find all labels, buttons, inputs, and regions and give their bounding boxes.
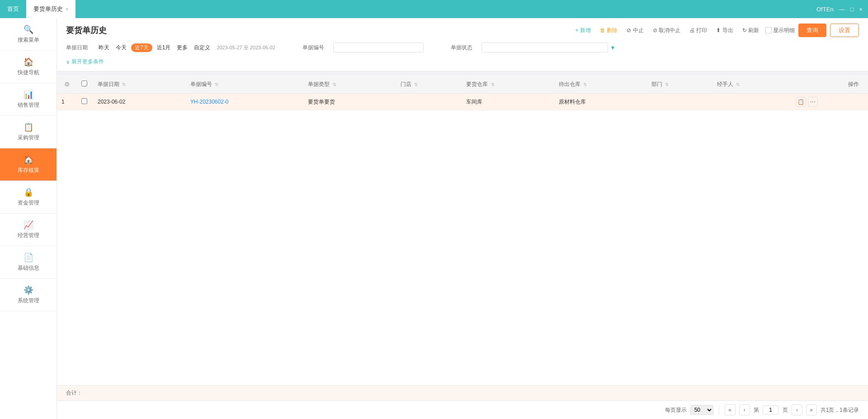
order-no-link[interactable]: YH-20230602-0 xyxy=(190,99,229,105)
often-label: OfTEn xyxy=(816,6,834,13)
select-all-checkbox[interactable] xyxy=(81,81,87,86)
col-checkbox xyxy=(77,75,93,94)
col-settings: ⚙ xyxy=(57,75,77,94)
window-close-btn[interactable]: × xyxy=(859,6,863,13)
row-pending-warehouse: 原材料仓库 xyxy=(554,94,647,110)
new-button[interactable]: + 新增 xyxy=(573,25,594,36)
refresh-button[interactable]: ↻ 刷新 xyxy=(740,25,762,36)
inventory-icon: 🏠 xyxy=(24,155,33,165)
table-footer: 合计： xyxy=(57,385,868,400)
settings-button[interactable]: 设置 xyxy=(830,24,859,37)
sales-icon: 📊 xyxy=(24,90,33,100)
page-suffix: 页 xyxy=(783,406,788,414)
sidebar-item-sales-mgmt[interactable]: 📊 销售管理 xyxy=(0,83,57,116)
order-no-input[interactable] xyxy=(333,43,424,52)
status-input[interactable] xyxy=(481,43,608,52)
finance-icon: 🔒 xyxy=(24,187,33,197)
tab-close-icon[interactable]: × xyxy=(66,6,68,12)
show-detail-toggle[interactable]: 显示明细 xyxy=(765,27,795,34)
row-req-warehouse: 车间库 xyxy=(462,94,554,110)
order-no-label: 单据编号 xyxy=(302,44,324,52)
basic-info-icon: 📄 xyxy=(24,252,33,262)
first-page-btn[interactable]: « xyxy=(725,405,736,415)
row-more-btn[interactable]: ⋯ xyxy=(808,97,818,107)
sidebar-item-sys-mgmt[interactable]: ⚙️ 系统管理 xyxy=(0,279,57,311)
window-maximize-btn[interactable]: □ xyxy=(850,6,854,13)
sort-pending-warehouse-icon[interactable]: ⇅ xyxy=(583,82,587,87)
date-btn-7days[interactable]: 近7天 xyxy=(131,43,152,52)
delete-button[interactable]: 🗑 删除 xyxy=(597,25,620,36)
total-info: 共1页，1条记录 xyxy=(821,406,859,414)
col-dept: 部门 ⇅ xyxy=(647,75,712,94)
expand-chevron-icon: ∨ xyxy=(66,59,70,65)
tab-home[interactable]: 首页 xyxy=(0,0,26,18)
col-req-warehouse: 要货仓库 ⇅ xyxy=(462,75,554,94)
date-btn-custom[interactable]: 自定义 xyxy=(192,43,212,52)
content-area: 要货单历史 + 新增 🗑 删除 ⊘ 中止 ⊘ 取消中止 🖨 打印 ⬆ 导出 ↻ … xyxy=(57,18,868,419)
date-btn-more[interactable]: 更多 xyxy=(175,43,189,52)
sidebar-item-purchase-mgmt[interactable]: 📋 采购管理 xyxy=(0,116,57,148)
row-date: 2023-06-02 xyxy=(93,94,186,110)
sort-date-icon[interactable]: ⇅ xyxy=(122,82,126,87)
row-dept xyxy=(647,94,712,110)
sidebar-label-search-menu: 搜索菜单 xyxy=(18,36,39,44)
row-order-no: YH-20230602-0 xyxy=(186,94,303,110)
stop-button[interactable]: ⊘ 中止 xyxy=(624,25,646,36)
export-button[interactable]: ⬆ 导出 xyxy=(713,25,736,36)
col-date: 单据日期 ⇅ xyxy=(93,75,186,94)
row-order-type: 要货单要货 xyxy=(303,94,396,110)
sidebar-item-quick-nav[interactable]: 🏠 快捷导航 xyxy=(0,51,57,83)
pagination-bar: 每页显示 10 20 50 100 « ‹ 第 页 › » 共1页，1条记录 xyxy=(57,400,868,419)
per-page-select[interactable]: 10 20 50 100 xyxy=(690,405,713,415)
sidebar-item-ops-mgmt[interactable]: 📈 经营管理 xyxy=(0,214,57,246)
main-layout: 🔍 搜索菜单 🏠 快捷导航 📊 销售管理 📋 采购管理 🏠 库存核算 🔒 资金管… xyxy=(0,18,868,419)
column-settings-icon[interactable]: ⚙ xyxy=(61,79,72,90)
prev-page-btn[interactable]: ‹ xyxy=(739,405,750,415)
row-edit-btn[interactable]: 📋 xyxy=(796,97,806,107)
tab-order-history[interactable]: 要货单历史 × xyxy=(26,0,75,18)
toolbar: + 新增 🗑 删除 ⊘ 中止 ⊘ 取消中止 🖨 打印 ⬆ 导出 ↻ 刷新 显示明… xyxy=(573,24,859,37)
sidebar-label-ops-mgmt: 经营管理 xyxy=(18,232,39,239)
col-pending-warehouse: 待出仓库 ⇅ xyxy=(554,75,647,94)
sort-store-icon[interactable]: ⇅ xyxy=(414,82,418,87)
sidebar-label-finance-mgmt: 资金管理 xyxy=(18,199,39,207)
window-minimize-btn[interactable]: — xyxy=(839,6,845,13)
row-checkbox[interactable] xyxy=(81,98,87,104)
print-button[interactable]: 🖨 打印 xyxy=(687,25,710,36)
date-btn-today[interactable]: 今天 xyxy=(114,43,128,52)
date-range-text: 2023-05-27 至 2023-06-02 xyxy=(217,44,275,51)
page-title-row: 要货单历史 + 新增 🗑 删除 ⊘ 中止 ⊘ 取消中止 🖨 打印 ⬆ 导出 ↻ … xyxy=(66,24,859,37)
sort-req-warehouse-icon[interactable]: ⇅ xyxy=(491,82,495,87)
sort-handler-icon[interactable]: ⇅ xyxy=(736,82,740,87)
row-index: 1 xyxy=(57,94,77,110)
date-filter-label: 单据日期 xyxy=(66,44,88,52)
date-filter-buttons: 昨天 今天 近7天 近1月 更多 自定义 2023-05-27 至 2023-0… xyxy=(97,43,275,52)
sys-icon: ⚙️ xyxy=(24,285,33,295)
sidebar-item-search-menu[interactable]: 🔍 搜索菜单 xyxy=(0,18,57,51)
sort-order-type-icon[interactable]: ⇅ xyxy=(333,82,336,87)
sidebar-item-inventory-calc[interactable]: 🏠 库存核算 xyxy=(0,148,57,181)
cancel-stop-button[interactable]: ⊘ 取消中止 xyxy=(650,25,683,36)
date-btn-1month[interactable]: 近1月 xyxy=(155,43,173,52)
next-page-btn[interactable]: › xyxy=(792,405,802,415)
show-detail-label: 显示明细 xyxy=(773,27,795,34)
status-dropdown-icon[interactable]: ▼ xyxy=(610,44,616,51)
date-btn-yesterday[interactable]: 昨天 xyxy=(97,43,111,52)
query-button[interactable]: 查询 xyxy=(798,24,826,37)
content-wrapper: ⚙ 单据日期 ⇅ 单据编号 ⇅ xyxy=(57,71,868,419)
sidebar-label-basic-info: 基础信息 xyxy=(18,264,39,272)
sidebar-label-sys-mgmt: 系统管理 xyxy=(18,297,39,305)
status-label: 单据状态 xyxy=(451,44,472,52)
show-detail-checkbox[interactable] xyxy=(765,27,772,33)
top-bar: 首页 要货单历史 × OfTEn — □ × xyxy=(0,0,868,18)
expand-more-btn[interactable]: ∨ 展开更多条件 xyxy=(66,58,859,66)
page-input[interactable] xyxy=(763,405,779,414)
sort-dept-icon[interactable]: ⇅ xyxy=(665,82,669,87)
sidebar-item-basic-info[interactable]: 📄 基础信息 xyxy=(0,246,57,279)
page-header: 要货单历史 + 新增 🗑 删除 ⊘ 中止 ⊘ 取消中止 🖨 打印 ⬆ 导出 ↻ … xyxy=(57,18,868,71)
sort-order-no-icon[interactable]: ⇅ xyxy=(215,82,218,87)
sidebar-label-quick-nav: 快捷导航 xyxy=(18,69,39,76)
last-page-btn[interactable]: » xyxy=(806,405,817,415)
filter-row-1: 单据日期 昨天 今天 近7天 近1月 更多 自定义 2023-05-27 至 2… xyxy=(66,43,859,52)
sidebar-item-finance-mgmt[interactable]: 🔒 资金管理 xyxy=(0,181,57,214)
